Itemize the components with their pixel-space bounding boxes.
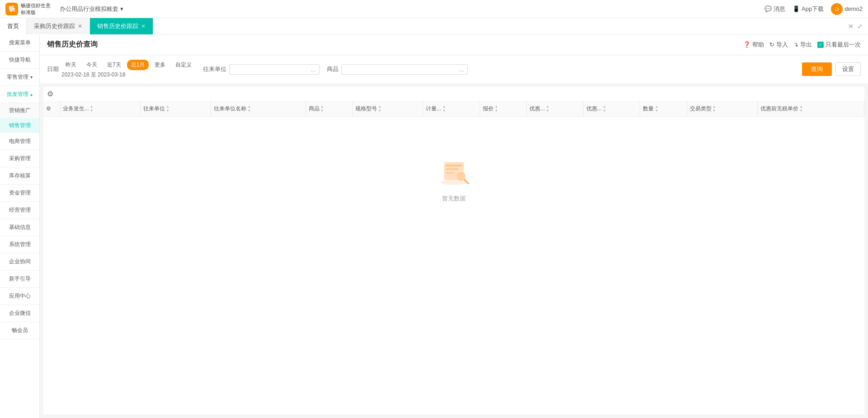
import-icon: ↻	[769, 41, 774, 48]
query-button[interactable]: 查询	[802, 62, 832, 76]
sort-icon: ▲▼	[378, 104, 382, 113]
sidebar-item-vip-member[interactable]: 畅会员	[0, 322, 39, 339]
th-unit-name[interactable]: 往来单位名称 ▲▼	[211, 101, 306, 117]
app-selector[interactable]: 办公用品行业模拟账套 ▾	[60, 5, 123, 13]
app-download-btn[interactable]: 📱 App下载	[793, 5, 824, 13]
table-header-row: ⚙ 业务发生... ▲▼ 往来单位 ▲▼	[43, 101, 864, 117]
filter-bar: 日期 昨天 今天 近7天 近1月 更多 自定义 2023-02-18 至 202…	[40, 55, 868, 83]
svg-rect-3	[446, 168, 458, 170]
th-unit-code[interactable]: 往来单位 ▲▼	[140, 101, 211, 117]
th-biz-date[interactable]: 业务发生... ▲▼	[60, 101, 140, 117]
export-btn[interactable]: ↴ 导出	[793, 41, 812, 49]
product-input[interactable]: ...	[341, 64, 468, 75]
sidebar-guide-label: 新手引导	[9, 276, 31, 282]
date-filter-group: 日期 昨天 今天 近7天 近1月 更多 自定义 2023-02-18 至 202…	[47, 60, 196, 79]
sort-icon: ▲▼	[712, 104, 716, 113]
sidebar-item-ecommerce[interactable]: 电商管理	[0, 133, 39, 150]
topbar-left: 畅 畅捷信好生意 标准版 办公用品行业模拟账套 ▾	[5, 2, 123, 15]
date-btn-1month[interactable]: 近1月	[127, 60, 149, 70]
close-tab-icon[interactable]: ✕	[848, 23, 854, 30]
message-icon: 💬	[764, 5, 772, 12]
sidebar-item-ops-mgmt[interactable]: 经营管理	[0, 202, 39, 219]
sidebar-item-finance[interactable]: 资金管理	[0, 185, 39, 202]
th-trade-type[interactable]: 交易类型 ▲▼	[687, 101, 757, 117]
th-unit[interactable]: 计量... ▲▼	[423, 101, 480, 117]
logo-icon: 畅	[5, 3, 18, 15]
empty-state: 暂无数据	[43, 117, 864, 239]
table-toolbar: ⚙	[43, 87, 864, 101]
sidebar-item-inventory[interactable]: 库存核算	[0, 167, 39, 185]
source-unit-filter-group: 往来单位 ...	[203, 64, 320, 75]
sidebar-item-new-guide[interactable]: 新手引导	[0, 271, 39, 288]
product-dots[interactable]: ...	[459, 66, 464, 73]
checkbox-icon: ✓	[817, 42, 824, 48]
help-btn[interactable]: ❓ 帮助	[743, 41, 764, 49]
tab-purchase-label: 采购历史价跟踪	[34, 22, 75, 30]
sort-icon: ▲▼	[247, 104, 251, 113]
empty-image	[436, 153, 472, 189]
tab-purchase-close-icon[interactable]: ✕	[78, 23, 82, 29]
only-last-checkbox[interactable]: ✓ 只看最后一次	[817, 41, 861, 49]
sidebar-item-wholesale-mgmt[interactable]: 批发管理 ▴	[0, 86, 39, 103]
download-icon: 📱	[793, 5, 800, 12]
chevron-down-icon: ▾	[30, 75, 33, 80]
sidebar-item-enterprise-collab[interactable]: 企业协同	[0, 253, 39, 271]
import-btn[interactable]: ↻ 导入	[769, 41, 788, 49]
sidebar-item-sales-mgmt[interactable]: 销售管理	[0, 118, 39, 133]
th-quote[interactable]: 报价 ▲▼	[480, 101, 526, 117]
user-menu[interactable]: D demo2	[831, 3, 863, 15]
th-settings[interactable]: ⚙	[43, 101, 60, 117]
tab-purchase-history[interactable]: 采购历史价跟踪 ✕	[27, 18, 90, 34]
sidebar-item-retail-mgmt[interactable]: 零售管理 ▾	[0, 69, 39, 86]
sidebar-item-marketing[interactable]: 营销推广	[0, 103, 39, 118]
chevron-down-icon: ▾	[120, 5, 123, 12]
date-btn-custom[interactable]: 自定义	[171, 60, 196, 70]
help-icon: ❓	[743, 41, 750, 48]
sidebar-item-enterprise-wechat[interactable]: 企业微信	[0, 305, 39, 322]
date-range-display: 2023-02-18 至 2023-03-18	[61, 71, 196, 79]
tab-sales-history[interactable]: 销售历史价跟踪 ✕	[90, 18, 153, 34]
sort-icon: ▲▼	[442, 104, 446, 113]
tab-home[interactable]: 首页	[0, 18, 27, 34]
sidebar-purchase-label: 采购管理	[9, 155, 31, 162]
logo-text: 畅捷信好生意 标准版	[21, 2, 51, 15]
message-btn[interactable]: 💬 消息	[764, 5, 785, 13]
th-product[interactable]: 商品 ▲▼	[306, 101, 352, 117]
tab-sales-close-icon[interactable]: ✕	[141, 23, 146, 29]
date-btn-7days[interactable]: 近7天	[103, 60, 125, 70]
sidebar-item-quick-nav[interactable]: 快捷导航	[0, 52, 39, 69]
sidebar-basic-label: 基础信息	[9, 224, 31, 230]
table-body: 暂无数据	[43, 117, 864, 239]
th-spec[interactable]: 规格型号 ▲▼	[353, 101, 423, 117]
tab-sales-label: 销售历史价跟踪	[97, 22, 138, 30]
source-unit-dots[interactable]: ...	[311, 66, 316, 73]
page-actions: ❓ 帮助 ↻ 导入 ↴ 导出 ✓ 只看最后一次	[743, 41, 861, 54]
sidebar-item-basic-info[interactable]: 基础信息	[0, 219, 39, 236]
th-discount2[interactable]: 优惠... ▲▼	[583, 101, 640, 117]
settings-button[interactable]: 设置	[835, 62, 861, 76]
sidebar-item-search-menu[interactable]: 搜索菜单	[0, 34, 39, 52]
source-unit-input[interactable]: ...	[229, 64, 320, 75]
sidebar-item-system-mgmt[interactable]: 系统管理	[0, 236, 39, 253]
empty-text: 暂无数据	[442, 195, 466, 203]
sidebar-search-label: 搜索菜单	[9, 39, 31, 46]
date-btn-yesterday[interactable]: 昨天	[61, 60, 80, 70]
date-label: 日期	[47, 65, 59, 73]
sidebar-retail-label: 零售管理	[7, 74, 28, 80]
date-btns: 昨天 今天 近7天 近1月 更多 自定义	[61, 60, 196, 70]
th-quantity[interactable]: 数量 ▲▼	[640, 101, 687, 117]
date-btn-more[interactable]: 更多	[151, 60, 170, 70]
date-options-block: 昨天 今天 近7天 近1月 更多 自定义 2023-02-18 至 2023-0…	[61, 60, 196, 79]
sidebar-item-app-center[interactable]: 应用中心	[0, 288, 39, 305]
th-pretax-price[interactable]: 优惠前无税单价 ▲▼	[758, 101, 864, 117]
sort-icon: ▲▼	[321, 104, 324, 113]
sidebar-item-purchase-mgmt[interactable]: 采购管理	[0, 150, 39, 167]
date-btn-today[interactable]: 今天	[82, 60, 101, 70]
maximize-icon[interactable]: ⤢	[857, 23, 863, 30]
column-settings-icon[interactable]: ⚙	[47, 90, 53, 98]
sort-icon: ▲▼	[90, 104, 94, 113]
tabbar-actions: ✕ ⤢	[848, 23, 868, 30]
th-discount1[interactable]: 优惠... ▲▼	[527, 101, 584, 117]
sort-icon: ▲▼	[603, 104, 606, 113]
sidebar-quicknav-label: 快捷导航	[9, 57, 31, 63]
